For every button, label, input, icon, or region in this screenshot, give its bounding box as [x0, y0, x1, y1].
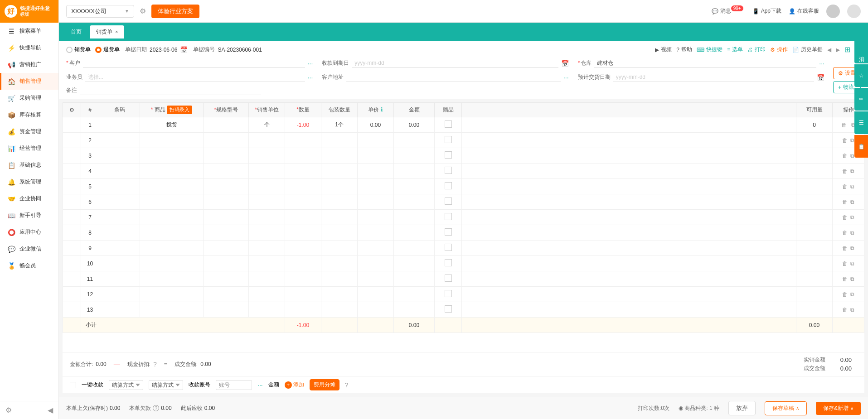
gift-checkbox[interactable] — [445, 197, 452, 205]
sidebar-item-onboarding[interactable]: 📖 新手引导 — [0, 207, 58, 224]
notes-input[interactable] — [80, 86, 261, 95]
sidebar-item-inventory[interactable]: 📦 库存核算 — [0, 106, 58, 123]
copy-icon[interactable]: ⧉ — [850, 307, 854, 313]
delete-icon[interactable]: 🗑 — [842, 153, 848, 159]
add-btn[interactable]: + 添加 — [285, 381, 304, 389]
gift-checkbox[interactable] — [445, 259, 452, 266]
action-operate[interactable]: ⚙ 操作 — [770, 46, 788, 53]
right-panel-item-1[interactable]: 消 — [854, 41, 868, 63]
copy-icon[interactable]: ⧉ — [850, 214, 854, 221]
copy-icon[interactable]: ⧉ — [850, 230, 854, 236]
row-pkg-cell[interactable]: 1个 — [321, 117, 358, 133]
account-input[interactable] — [216, 380, 252, 390]
customer-more-icon[interactable]: ··· — [308, 60, 313, 67]
sidebar-item-system-mgmt[interactable]: 🔔 系统管理 — [0, 173, 58, 190]
right-panel-item-4[interactable]: ☰ — [854, 111, 868, 134]
delete-icon[interactable]: 🗑 — [842, 137, 848, 144]
gift-checkbox[interactable] — [445, 275, 452, 282]
action-video[interactable]: ▶ 视频 — [655, 46, 672, 53]
action-help[interactable]: ? 帮助 — [676, 46, 692, 53]
row-barcode-cell[interactable] — [99, 117, 140, 133]
action-choose[interactable]: ≡ 选单 — [727, 46, 743, 53]
row-spec-cell[interactable] — [204, 117, 249, 133]
col-settings[interactable]: ⚙ — [63, 103, 81, 117]
topbar-settings-icon[interactable]: ⚙ — [140, 7, 146, 15]
payment-date-input[interactable] — [352, 58, 558, 68]
sidebar-item-quick-nav[interactable]: ⚡ 快捷导航 — [0, 39, 58, 56]
avatar[interactable] — [826, 5, 840, 18]
copy-icon[interactable]: ⧉ — [850, 168, 854, 174]
company-selector[interactable]: XXXXXX公司 ▼ — [66, 5, 134, 18]
row-goods-cell[interactable]: 搅货 — [140, 117, 204, 133]
copy-icon[interactable]: ⧉ — [850, 260, 854, 267]
gift-checkbox[interactable] — [445, 151, 452, 159]
row-price-cell[interactable]: 0.00 — [358, 117, 394, 133]
nav-prev-icon[interactable]: ◀ — [827, 47, 831, 53]
delete-icon[interactable]: 🗑 — [842, 276, 848, 282]
settings-icon[interactable]: ⚙ — [5, 406, 12, 414]
sidebar-item-finance[interactable]: 💰 资金管理 — [0, 123, 58, 140]
copy-icon[interactable]: ⧉ — [850, 245, 854, 251]
delete-icon[interactable]: 🗑 — [842, 230, 848, 236]
scan-btn[interactable]: 扫码录入 — [167, 106, 192, 114]
delete-icon[interactable]: 🗑 — [841, 122, 847, 128]
gift-checkbox[interactable] — [445, 167, 452, 174]
sidebar-item-basic-info[interactable]: 📋 基础信息 — [0, 157, 58, 173]
message-btn[interactable]: 💬 消息 99+ — [712, 7, 745, 15]
copy-icon[interactable]: ⧉ — [850, 153, 854, 159]
fee-split-btn[interactable]: 费用分摊 — [310, 379, 339, 390]
online-support-btn[interactable]: 👤 在线客服 — [789, 7, 819, 15]
payment-method-select[interactable]: 结算方式 — [109, 380, 143, 390]
right-panel-item-3[interactable]: ✏ — [854, 88, 868, 111]
nav-next-icon[interactable]: ▶ — [836, 47, 840, 53]
right-panel-item-5[interactable]: 📋 — [854, 135, 868, 158]
action-print[interactable]: 🖨 打印 — [747, 46, 766, 53]
copy-icon[interactable]: ⧉ — [850, 199, 854, 205]
salesperson-more-icon[interactable]: ··· — [308, 74, 313, 81]
row-amount-cell[interactable]: 0.00 — [394, 117, 435, 133]
gift-checkbox[interactable] — [445, 136, 452, 143]
discard-btn[interactable]: 放弃 — [728, 401, 756, 415]
gift-checkbox[interactable] — [445, 120, 452, 128]
gift-checkbox[interactable] — [445, 228, 452, 236]
customer-address-more-icon[interactable]: ··· — [563, 74, 569, 81]
gift-checkbox[interactable] — [445, 290, 452, 297]
app-download-btn[interactable]: 📱 App下载 — [752, 7, 781, 15]
date-picker-icon[interactable]: 📅 — [180, 46, 188, 53]
action-history[interactable]: 📄 历史单据 — [792, 46, 823, 53]
gift-checkbox[interactable] — [445, 182, 452, 189]
row-unit-cell[interactable]: 个 — [249, 117, 285, 133]
payment-date-cal-icon[interactable]: 📅 — [561, 60, 569, 67]
radio-return-order[interactable]: 退货单 — [95, 46, 120, 53]
gift-checkbox[interactable] — [445, 244, 452, 251]
action-shortcuts[interactable]: ⌨ 快捷键 — [697, 46, 723, 53]
delete-icon[interactable]: 🗑 — [842, 214, 848, 221]
sidebar-item-enterprise-wx[interactable]: 💬 企业微信 — [0, 241, 58, 257]
delete-icon[interactable]: 🗑 — [842, 183, 848, 190]
table-scroll[interactable]: ⚙ # 条码 * 商品 扫码录入 *规格型号 — [63, 102, 864, 352]
trial-btn[interactable]: 体验行业方案 — [151, 5, 199, 18]
tab-home[interactable]: 首页 — [64, 25, 88, 39]
copy-icon[interactable]: ⧉ — [850, 291, 854, 298]
delete-icon[interactable]: 🗑 — [842, 168, 848, 174]
fee-help-icon[interactable]: ? — [345, 381, 349, 389]
radio-sales-order[interactable]: 销货单 — [66, 46, 91, 53]
warehouse-input[interactable] — [594, 58, 816, 68]
row-gift-cell[interactable] — [435, 117, 462, 133]
delete-icon[interactable]: 🗑 — [842, 291, 848, 298]
tab-close-icon[interactable]: × — [115, 29, 118, 34]
sidebar-item-vip[interactable]: 🏅 畅会员 — [0, 257, 58, 274]
total-owe-help-icon[interactable]: ? — [153, 405, 159, 411]
price-info-icon[interactable]: ℹ — [381, 106, 383, 113]
calc-method-select[interactable]: 结算方式 — [149, 380, 183, 390]
customer-address-input[interactable] — [346, 72, 561, 82]
sidebar-item-marketing[interactable]: 📢 营销推广 — [0, 56, 58, 73]
delete-icon[interactable]: 🗑 — [842, 260, 848, 267]
expected-date-input[interactable] — [613, 72, 814, 82]
sidebar-item-search-order[interactable]: ☰ 搜索菜单 — [0, 23, 58, 39]
sidebar-item-operations[interactable]: 📊 经营管理 — [0, 140, 58, 157]
copy-icon[interactable]: ⧉ — [850, 137, 854, 144]
delete-icon[interactable]: 🗑 — [842, 307, 848, 313]
sidebar-item-purchase-mgmt[interactable]: 🛒 采购管理 — [0, 90, 58, 106]
delete-icon[interactable]: 🗑 — [842, 245, 848, 251]
